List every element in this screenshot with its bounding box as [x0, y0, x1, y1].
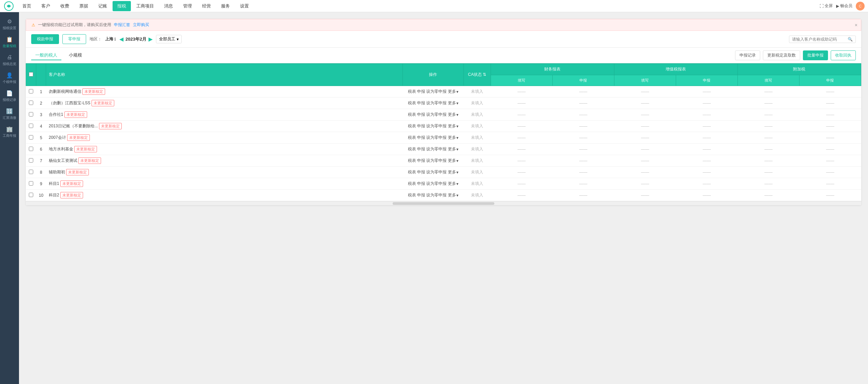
search-input[interactable]: [792, 37, 846, 42]
op-zero-declare-4[interactable]: 设为零申报: [426, 135, 447, 140]
nav-management[interactable]: 管理: [178, 1, 197, 11]
nav-accounting[interactable]: 记账: [94, 1, 112, 11]
op-zero-declare-2[interactable]: 设为零申报: [426, 112, 447, 117]
table-row: 3 合作社1 未更新核定 税表 申报 设为零申报 更多▾ 未填入 —— —— —…: [26, 109, 861, 121]
sidebar-item-tax-settings[interactable]: ⚙ 报税设置: [0, 15, 19, 33]
op-tax-form-6[interactable]: 税表: [408, 158, 416, 163]
banner-link-2[interactable]: 立即购买: [133, 22, 149, 28]
row-name-3: 2013日记账（不要删除给... 未更新核定: [46, 121, 402, 132]
bulk-declare-button[interactable]: 批量申报: [803, 50, 828, 60]
row-checkbox-3[interactable]: [26, 121, 36, 132]
row-checkbox-4[interactable]: [26, 132, 36, 144]
op-declare-3[interactable]: 申报: [417, 124, 425, 128]
op-zero-declare-1[interactable]: 设为零申报: [426, 101, 447, 105]
sidebar-item-tax-records[interactable]: 📄 报税记录: [0, 87, 19, 105]
op-tax-form-9[interactable]: 税表: [408, 193, 416, 197]
retrieve-receipt-button[interactable]: 收取回执: [831, 50, 856, 60]
op-more-9[interactable]: 更多▾: [448, 192, 458, 198]
nav-invoice[interactable]: 票据: [75, 1, 93, 11]
op-more-0[interactable]: 更多▾: [448, 89, 458, 94]
nav-business[interactable]: 工商项目: [132, 1, 159, 11]
sidebar-item-annual-settle[interactable]: 🔢 汇算清缴: [0, 105, 19, 123]
user-avatar[interactable]: C: [856, 2, 865, 10]
select-all-checkbox[interactable]: [29, 72, 33, 77]
op-zero-declare-6[interactable]: 设为零申报: [426, 158, 447, 163]
tab-tax-declaration[interactable]: 税款申报: [31, 34, 59, 44]
op-more-5[interactable]: 更多▾: [448, 146, 458, 152]
op-declare-0[interactable]: 申报: [417, 89, 425, 94]
tab-zero-declaration[interactable]: 零申报: [62, 34, 86, 44]
region-info-icon[interactable]: ℹ: [114, 37, 116, 42]
sidebar-item-annual-report[interactable]: 🏢 工商年报: [0, 123, 19, 141]
op-more-1[interactable]: 更多▾: [448, 100, 458, 106]
row-checkbox-7[interactable]: [26, 167, 36, 178]
op-declare-2[interactable]: 申报: [417, 112, 425, 117]
op-zero-declare-3[interactable]: 设为零申报: [426, 124, 447, 128]
nav-settings[interactable]: 设置: [235, 1, 254, 11]
tab-general-taxpayer[interactable]: 一般的税人: [31, 51, 61, 60]
op-zero-declare-0[interactable]: 设为零申报: [426, 89, 447, 94]
row-checkbox-5[interactable]: [26, 144, 36, 155]
row-checkbox-1[interactable]: [26, 98, 36, 109]
op-more-2[interactable]: 更多▾: [448, 112, 458, 118]
op-more-7[interactable]: 更多▾: [448, 169, 458, 175]
row-checkbox-0[interactable]: [26, 86, 36, 98]
row-ops-2: 税表 申报 设为零申报 更多▾: [402, 109, 463, 121]
op-more-8[interactable]: 更多▾: [448, 181, 458, 187]
op-tax-form-3[interactable]: 税表: [408, 124, 416, 128]
nav-operation[interactable]: 经营: [197, 1, 216, 11]
fullscreen-button[interactable]: ⛶ 全屏: [820, 3, 833, 9]
op-tax-form-4[interactable]: 税表: [408, 135, 416, 140]
op-declare-6[interactable]: 申报: [417, 158, 425, 163]
sidebar-item-tax-overview[interactable]: 🖨 报税总览: [0, 51, 19, 69]
row-tax-submit-5: ——: [676, 144, 737, 155]
search-icon[interactable]: 🔍: [848, 37, 853, 42]
nav-service[interactable]: 服务: [216, 1, 235, 11]
banner-close-button[interactable]: ×: [855, 22, 857, 28]
nav-customer[interactable]: 客户: [37, 1, 55, 11]
op-tax-form-5[interactable]: 税表: [408, 147, 416, 151]
nav-tax[interactable]: 报税: [113, 1, 131, 11]
nav-billing[interactable]: 收费: [56, 1, 74, 11]
op-zero-declare-7[interactable]: 设为零申报: [426, 170, 447, 174]
op-more-4[interactable]: 更多▾: [448, 135, 458, 141]
date-prev-button[interactable]: ◀: [119, 36, 123, 42]
nav-home[interactable]: 首页: [18, 1, 36, 11]
op-more-6[interactable]: 更多▾: [448, 158, 458, 164]
op-zero-declare-8[interactable]: 设为零申报: [426, 181, 447, 186]
horizontal-scrollbar[interactable]: [26, 201, 861, 205]
scrollbar-thumb[interactable]: [393, 202, 494, 205]
op-declare-8[interactable]: 申报: [417, 181, 425, 186]
op-more-3[interactable]: 更多▾: [448, 123, 458, 129]
declaration-records-button[interactable]: 申报记录: [735, 50, 760, 60]
op-declare-1[interactable]: 申报: [417, 101, 425, 105]
row-checkbox-2[interactable]: [26, 109, 36, 121]
sidebar-item-personal-tax[interactable]: 👤 个税申报: [0, 69, 19, 87]
op-zero-declare-9[interactable]: 设为零申报: [426, 193, 447, 197]
row-checkbox-9[interactable]: [26, 190, 36, 201]
op-tax-form-8[interactable]: 税表: [408, 181, 416, 186]
tax-records-icon: 📄: [6, 89, 13, 97]
th-tax-submit: 申报: [676, 75, 737, 86]
op-declare-4[interactable]: 申报: [417, 135, 425, 140]
op-tax-form-0[interactable]: 税表: [408, 89, 416, 94]
banner-link-1[interactable]: 申报汇签: [114, 22, 130, 28]
nav-message[interactable]: 消息: [159, 1, 178, 11]
op-zero-declare-5[interactable]: 设为零申报: [426, 147, 447, 151]
op-tax-form-2[interactable]: 税表: [408, 112, 416, 117]
sidebar-item-bulk-tax[interactable]: 📋 批量报税: [0, 33, 19, 51]
ca-sort-icon[interactable]: ⇅: [483, 72, 486, 77]
tab-small-scale[interactable]: 小规模: [65, 51, 86, 60]
op-declare-7[interactable]: 申报: [417, 170, 425, 174]
row-checkbox-6[interactable]: [26, 155, 36, 167]
row-fin-submit-8: ——: [552, 178, 614, 190]
op-declare-9[interactable]: 申报: [417, 193, 425, 197]
op-declare-5[interactable]: 申报: [417, 147, 425, 151]
update-tax-button[interactable]: 更新税定及取数: [763, 50, 800, 60]
row-checkbox-8[interactable]: [26, 178, 36, 190]
op-tax-form-7[interactable]: 税表: [408, 170, 416, 174]
op-tax-form-1[interactable]: 税表: [408, 101, 416, 105]
date-next-button[interactable]: ▶: [149, 36, 153, 42]
upgrade-button[interactable]: ▶ 畅会员: [836, 3, 852, 9]
staff-selector[interactable]: 全部员工 ▾: [156, 35, 182, 43]
